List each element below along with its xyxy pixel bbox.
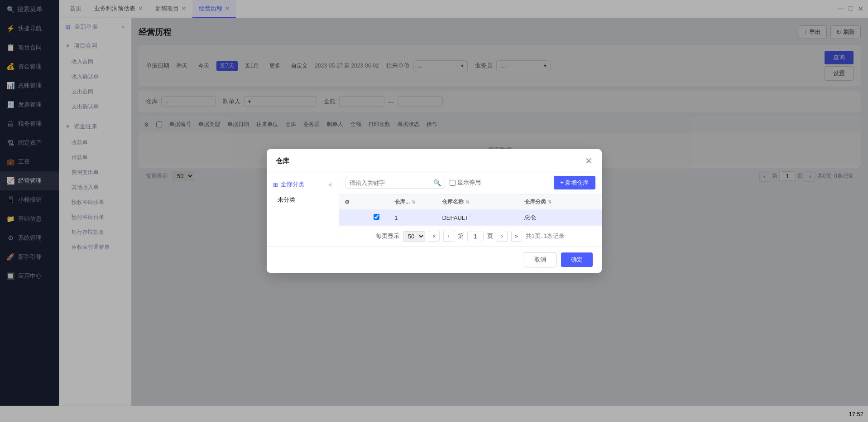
modal-header: 仓库 ✕ [267, 149, 602, 171]
modal-search-input[interactable] [350, 179, 432, 186]
modal-toolbar: 🔍 显示停用 + 新增仓库 [339, 171, 602, 194]
per-page-label: 每页显示 [376, 232, 399, 240]
table-row[interactable]: 1 DEFAULT 总仓 [339, 210, 602, 226]
modal-first-page-button[interactable]: « [429, 231, 440, 242]
modal-last-page-button[interactable]: » [511, 231, 522, 242]
sort-name-icon: ⇅ [548, 199, 551, 204]
th-code[interactable]: 仓库名称 ⇅ [436, 194, 519, 210]
modal-table: ⚙ 仓库... ⇅ 仓库名称 ⇅ [339, 194, 602, 226]
modal-main: 🔍 显示停用 + 新增仓库 ⚙ [339, 171, 602, 246]
show-disabled-checkbox[interactable] [450, 180, 456, 186]
modal-all-label: 全部分类 [281, 180, 304, 189]
modal-sidebar: ⊞ 全部分类 « 未分类 [267, 171, 339, 246]
modal-search-wrap: 🔍 [345, 177, 445, 189]
settings-icon2: ⚙ [345, 199, 350, 205]
modal-pagination: 每页显示 50 « ‹ 第 页 › » 共1页, 1条记录 [339, 226, 602, 246]
modal-next-page-button[interactable]: › [497, 231, 508, 242]
confirm-button[interactable]: 确定 [561, 252, 593, 267]
sort-code-icon: ⇅ [465, 199, 469, 204]
th-check [364, 194, 389, 210]
th-settings[interactable]: ⚙ [339, 194, 364, 210]
modal-close-button[interactable]: ✕ [585, 155, 593, 166]
modal-title: 仓库 [276, 157, 289, 165]
modal-total-info: 共1页, 1条记录 [526, 232, 565, 240]
modal-uncategorized[interactable]: 未分类 [267, 192, 339, 208]
modal-body: ⊞ 全部分类 « 未分类 🔍 显示停用 [267, 171, 602, 246]
collapse-sidebar-button[interactable]: « [329, 181, 332, 188]
modal-uncategorized-label: 未分类 [278, 196, 295, 204]
row-code: DEFAULT [436, 210, 519, 226]
row-settings [339, 210, 364, 226]
modal-page-unit: 页 [487, 232, 493, 240]
add-warehouse-button[interactable]: + 新增仓库 [554, 176, 595, 189]
modal-page-input[interactable] [467, 232, 484, 241]
th-id[interactable]: 仓库... ⇅ [389, 194, 436, 210]
modal-prev-page-button[interactable]: ‹ [443, 231, 454, 242]
cancel-button[interactable]: 取消 [524, 252, 556, 267]
show-disabled-label[interactable]: 显示停用 [450, 179, 481, 187]
modal-page-size-select[interactable]: 50 [403, 231, 425, 242]
modal-overlay: 仓库 ✕ ⊞ 全部分类 « 未分类 [0, 0, 868, 422]
row-check[interactable] [364, 210, 389, 226]
warehouse-modal: 仓库 ✕ ⊞ 全部分类 « 未分类 [267, 149, 602, 273]
category-icon: ⊞ [273, 181, 278, 188]
row-id: 1 [389, 210, 436, 226]
sort-id-icon: ⇅ [412, 199, 415, 204]
search-icon2: 🔍 [433, 179, 441, 186]
modal-all-category[interactable]: ⊞ 全部分类 « [267, 177, 339, 192]
modal-page-label: 第 [458, 232, 464, 240]
row-name: 总仓 [519, 210, 601, 226]
modal-actions: 取消 确定 [267, 246, 602, 273]
th-name[interactable]: 仓库分类 ⇅ [519, 194, 601, 210]
